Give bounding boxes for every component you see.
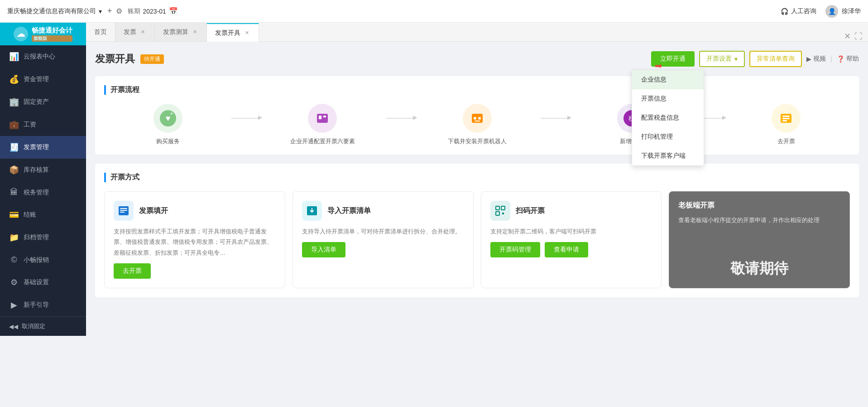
user-info[interactable]: 👤 徐泽华 bbox=[825, 5, 861, 18]
help-button[interactable]: ❓ 帮助 bbox=[837, 55, 859, 63]
svg-rect-9 bbox=[475, 121, 480, 121]
settings-dropdown-menu: ➡ 企业信息 开票信息 配置税盘信息 打印机管理 bbox=[632, 70, 704, 166]
add-tab-button[interactable]: + bbox=[107, 6, 112, 16]
video-button[interactable]: ▶ 视频 bbox=[806, 55, 826, 63]
sidebar-item-settings[interactable]: ⚙ 基础设置 bbox=[0, 271, 86, 294]
user-name: 徐泽华 bbox=[842, 7, 861, 15]
scan-code-view-button[interactable]: 查看申请 bbox=[545, 242, 588, 257]
svg-rect-25 bbox=[502, 213, 504, 214]
dropdown-item-printer[interactable]: 打印机管理 bbox=[632, 127, 704, 146]
sidebar-item-salary[interactable]: 💼 工资 bbox=[0, 113, 86, 136]
company-dropdown-arrow: ▾ bbox=[99, 8, 102, 15]
collapse-label: 取消固定 bbox=[22, 322, 45, 330]
sidebar-item-archive[interactable]: 📁 归档管理 bbox=[0, 226, 86, 249]
svg-text:+: + bbox=[170, 111, 173, 117]
go-invoice-icon bbox=[772, 104, 801, 133]
card-manual-fill-header: 发票填开 bbox=[114, 201, 276, 221]
collapse-icon: ◀◀ bbox=[9, 323, 18, 330]
go-invoice-label: 去开票 bbox=[777, 137, 795, 145]
fixed-assets-icon: 🏢 bbox=[9, 97, 19, 107]
sidebar-logo: ☁ 畅捷通好会计 旗舰版 bbox=[0, 23, 86, 45]
sidebar-item-tax[interactable]: 🏛 税务管理 bbox=[0, 181, 86, 204]
page-content: 发票开具 待开通 立即开通 开票设置 ▾ ➡ bbox=[86, 42, 868, 407]
dropdown-item-download-client[interactable]: 下载开票客户端 bbox=[632, 146, 704, 165]
video-label: 视频 bbox=[813, 55, 826, 63]
sidebar-item-label: 发票管理 bbox=[24, 143, 49, 151]
sidebar-item-label: 库存核算 bbox=[24, 166, 49, 174]
logo-icon: ☁ bbox=[14, 27, 28, 41]
invoice-settings-button[interactable]: 开票设置 ▾ bbox=[699, 51, 745, 67]
salary-icon: 💼 bbox=[9, 120, 19, 130]
tab-invoice-calc-close[interactable]: ✕ bbox=[191, 29, 198, 36]
content-area: 首页 发票 ✕ 发票测算 ✕ 发票开具 ✕ ✕ ⛶ bbox=[86, 23, 868, 407]
settings-icon[interactable]: ⚙ bbox=[116, 7, 122, 15]
import-list-icon bbox=[302, 201, 322, 221]
scan-code-desc: 支持定制开票二维码，客户端可扫码开票 bbox=[490, 226, 652, 237]
sidebar-item-invoice[interactable]: 🧾 发票管理 bbox=[0, 136, 86, 159]
svg-rect-22 bbox=[496, 206, 499, 210]
dropdown-item-tax-disk[interactable]: 配置税盘信息 bbox=[632, 108, 704, 127]
import-list-button[interactable]: 导入清单 bbox=[302, 242, 345, 257]
invoice-settings-label: 开票设置 bbox=[706, 55, 732, 63]
boss-terminal-title: 老板端开票 bbox=[678, 201, 840, 210]
tab-home[interactable]: 首页 bbox=[86, 23, 115, 41]
checkout-icon: 💳 bbox=[9, 210, 19, 220]
svg-rect-15 bbox=[782, 118, 790, 119]
page-actions: 立即开通 开票设置 ▾ ➡ 企业信息 bbox=[651, 51, 859, 67]
period-calendar-icon[interactable]: 📅 bbox=[169, 7, 178, 15]
tab-invoice[interactable]: 发票 ✕ bbox=[115, 23, 155, 41]
scan-code-manage-button[interactable]: 开票码管理 bbox=[490, 242, 540, 257]
settings-button-container: 开票设置 ▾ ➡ 企业信息 开票信息 bbox=[699, 51, 745, 67]
invoice-icon: 🧾 bbox=[9, 142, 19, 152]
sidebar-item-guide[interactable]: ▶ 新手引导 bbox=[0, 294, 86, 316]
svg-rect-5 bbox=[323, 116, 326, 117]
sidebar-item-cloud-report[interactable]: 📊 云报表中心 bbox=[0, 45, 86, 68]
flow-step-config-enterprise: 企业开通配置开票六要素 bbox=[259, 104, 386, 145]
tab-invoice-calc[interactable]: 发票测算 ✕ bbox=[155, 23, 207, 41]
dropdown-item-invoice-info[interactable]: 开票信息 bbox=[632, 89, 704, 108]
svg-point-8 bbox=[478, 117, 481, 120]
sidebar-collapse-button[interactable]: ◀◀ 取消固定 bbox=[0, 316, 86, 336]
sidebar-item-fixed-assets[interactable]: 🏢 固定资产 bbox=[0, 91, 86, 113]
svg-rect-18 bbox=[120, 208, 127, 209]
status-badge: 待开通 bbox=[140, 54, 164, 64]
billing-methods: 发票填开 支持按照发票样式手工填开发票；可开具增值税电子普通发票、增值税普通发票… bbox=[104, 191, 850, 288]
sidebar-item-fund[interactable]: 💰 资金管理 bbox=[0, 68, 86, 91]
sidebar-item-label: 云报表中心 bbox=[24, 53, 55, 61]
company-selector[interactable]: 重庆畅捷交通信息咨询有限公司 ▾ bbox=[7, 7, 102, 15]
scan-code-title: 扫码开票 bbox=[516, 206, 545, 216]
boss-terminal-overlay-text: 敬请期待 bbox=[678, 259, 840, 279]
billing-card-import-list: 导入开票清单 支持导入待开票清单，可对待开票清单进行拆分、合并处理。 导入清单 bbox=[293, 191, 474, 288]
download-robot-label: 下载并安装开票机器人 bbox=[448, 137, 507, 145]
help-label: 帮助 bbox=[846, 55, 859, 63]
sidebar-item-report[interactable]: © 小畅报销 bbox=[0, 249, 86, 271]
sidebar-item-label: 资金管理 bbox=[24, 75, 49, 83]
flow-section: 开票流程 ♥+ 购买服务 ▶ bbox=[95, 76, 859, 155]
manual-fill-button[interactable]: 去开票 bbox=[114, 263, 151, 279]
billing-card-scan-code: 扫码开票 支持定制开票二维码，客户端可扫码开票 开票码管理 查看申请 bbox=[481, 191, 662, 288]
exception-list-button[interactable]: 异常清单查询 bbox=[749, 51, 802, 67]
buy-service-icon: ♥+ bbox=[153, 104, 182, 133]
help-icon: ❓ bbox=[837, 55, 844, 63]
tab-invoice-open-close[interactable]: ✕ bbox=[243, 29, 250, 37]
settings-sidebar-icon: ⚙ bbox=[9, 277, 19, 287]
billing-card-manual-fill: 发票填开 支持按照发票样式手工填开发票；可开具增值税电子普通发票、增值税普通发票… bbox=[104, 191, 285, 288]
boss-terminal-desc: 查看老板端小程序提交的开票申请，并作出相应的处理 bbox=[678, 215, 840, 225]
consult-button[interactable]: 🎧 人工咨询 bbox=[781, 7, 816, 15]
tab-invoice-open[interactable]: 发票开具 ✕ bbox=[207, 23, 259, 42]
tab-invoice-label: 发票 bbox=[124, 28, 136, 36]
boss-terminal-header: 老板端开票 查看老板端小程序提交的开票申请，并作出相应的处理 bbox=[678, 201, 840, 225]
expand-window-button[interactable]: ⛶ bbox=[854, 32, 863, 41]
sidebar-item-inventory[interactable]: 📦 库存核算 bbox=[0, 159, 86, 181]
sidebar-item-label: 结账 bbox=[24, 211, 36, 219]
red-arrow-annotation: ➡ bbox=[655, 60, 662, 71]
close-window-button[interactable]: ✕ bbox=[844, 31, 851, 41]
dropdown-item-company-info[interactable]: 企业信息 bbox=[632, 70, 704, 89]
svg-point-7 bbox=[474, 117, 476, 120]
flow-step-buy-service: ♥+ 购买服务 bbox=[104, 104, 231, 145]
buy-service-label: 购买服务 bbox=[156, 137, 180, 145]
tab-invoice-close[interactable]: ✕ bbox=[139, 29, 146, 36]
page-title-area: 发票开具 待开通 bbox=[95, 52, 164, 66]
consult-icon: 🎧 bbox=[781, 8, 788, 15]
sidebar-item-checkout[interactable]: 💳 结账 bbox=[0, 204, 86, 226]
